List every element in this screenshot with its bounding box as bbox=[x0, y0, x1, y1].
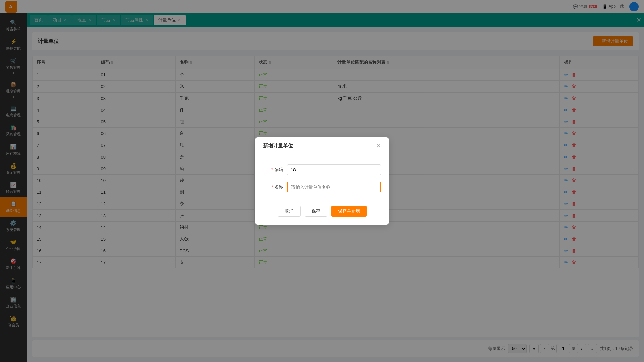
modal-close-button[interactable]: ✕ bbox=[376, 143, 381, 149]
modal-header: 新增计量单位 ✕ bbox=[255, 137, 389, 155]
modal-body: * 编码 * 名称 bbox=[255, 155, 389, 204]
save-new-button[interactable]: 保存并新增 bbox=[331, 206, 367, 217]
name-input[interactable] bbox=[287, 182, 381, 192]
form-row-name: * 名称 bbox=[263, 182, 381, 192]
form-row-code: * 编码 bbox=[263, 164, 381, 175]
add-unit-modal: 新增计量单位 ✕ * 编码 * 名称 取消 保存 保存并新增 bbox=[255, 137, 389, 225]
modal-title: 新增计量单位 bbox=[263, 143, 293, 149]
code-input[interactable] bbox=[287, 164, 381, 175]
modal-overlay: 新增计量单位 ✕ * 编码 * 名称 取消 保存 保存并新增 bbox=[0, 0, 644, 362]
cancel-button[interactable]: 取消 bbox=[278, 206, 301, 217]
modal-footer: 取消 保存 保存并新增 bbox=[255, 204, 389, 225]
name-label: * 名称 bbox=[263, 184, 283, 190]
code-label: * 编码 bbox=[263, 167, 283, 173]
save-button[interactable]: 保存 bbox=[305, 206, 327, 217]
